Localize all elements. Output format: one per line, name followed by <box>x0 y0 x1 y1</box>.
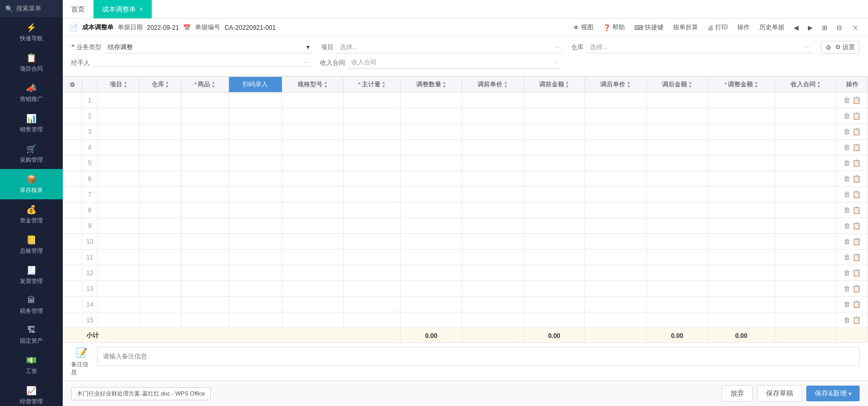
row-warehouse-10[interactable] <box>140 234 181 250</box>
row-income-contract-9[interactable] <box>775 218 837 234</box>
row-prev-amount-15[interactable] <box>523 312 585 328</box>
biz-type-select[interactable]: 结存调整 ▾ <box>105 42 313 53</box>
row-prev-unit-price-1[interactable] <box>462 93 523 108</box>
row-after-unit-price-1[interactable] <box>585 93 647 108</box>
calendar-icon[interactable]: 📅 <box>183 24 191 31</box>
row-scan-3[interactable] <box>229 124 282 140</box>
col-after-unit-price[interactable]: 调后单价▲▼ <box>585 77 647 93</box>
row-income-contract-2[interactable] <box>775 108 837 124</box>
col-goods[interactable]: *商品▲▼ <box>181 77 229 93</box>
copy-icon-11[interactable]: 📋 <box>852 253 861 261</box>
row-goods-12[interactable] <box>181 265 229 281</box>
row-prev-amount-8[interactable] <box>523 202 585 218</box>
row-after-unit-price-9[interactable] <box>585 218 647 234</box>
row-prev-unit-price-10[interactable] <box>462 234 523 250</box>
row-after-amount-15[interactable] <box>646 312 708 328</box>
row-adjust-amount-9[interactable] <box>708 218 775 234</box>
delete-icon-4[interactable]: 🗑 <box>843 143 850 151</box>
review-btn[interactable]: 按单折算 <box>671 22 700 33</box>
row-prev-amount-4[interactable] <box>523 140 585 155</box>
copy-icon-3[interactable]: 📋 <box>852 128 861 136</box>
row-project-1[interactable] <box>98 93 140 108</box>
row-spec-14[interactable] <box>282 297 344 312</box>
row-project-14[interactable] <box>98 297 140 312</box>
delete-icon-3[interactable]: 🗑 <box>843 128 850 136</box>
row-prev-amount-3[interactable] <box>523 124 585 140</box>
row-after-amount-10[interactable] <box>646 234 708 250</box>
row-unit-4[interactable] <box>344 140 401 155</box>
sidebar-item-ledger[interactable]: 📒 总账管理 <box>0 230 63 260</box>
row-adjust-amount-2[interactable] <box>708 108 775 124</box>
help-btn[interactable]: ❓ 帮助 <box>601 22 627 33</box>
row-after-amount-9[interactable] <box>646 218 708 234</box>
row-prev-amount-2[interactable] <box>523 108 585 124</box>
delete-icon-13[interactable]: 🗑 <box>843 285 850 292</box>
row-after-amount-2[interactable] <box>646 108 708 124</box>
row-spec-6[interactable] <box>282 171 344 187</box>
row-adjust-amount-6[interactable] <box>708 171 775 187</box>
row-unit-1[interactable] <box>344 93 401 108</box>
copy-icon-5[interactable]: 📋 <box>852 159 861 167</box>
row-adjust-qty-5[interactable] <box>401 155 462 171</box>
row-project-8[interactable] <box>98 202 140 218</box>
handler-dots[interactable]: ··· <box>304 60 309 65</box>
row-after-unit-price-8[interactable] <box>585 202 647 218</box>
sidebar-item-inventory[interactable]: 📦 库存核算 <box>0 169 63 199</box>
col-income-contract[interactable]: 收入合同▲▼ <box>775 77 837 93</box>
settings-button[interactable]: ⚙ ⚙ 设置 <box>821 41 860 54</box>
row-after-unit-price-7[interactable] <box>585 187 647 202</box>
row-goods-3[interactable] <box>181 124 229 140</box>
row-adjust-qty-9[interactable] <box>401 218 462 234</box>
delete-icon-14[interactable]: 🗑 <box>843 300 850 308</box>
row-prev-amount-10[interactable] <box>523 234 585 250</box>
nav-next-btn[interactable]: ▶ <box>806 23 815 32</box>
delete-icon-7[interactable]: 🗑 <box>843 190 850 198</box>
col-scan[interactable]: 扫码录入 <box>229 77 282 93</box>
row-prev-unit-price-11[interactable] <box>462 250 523 265</box>
copy-icon-4[interactable]: 📋 <box>852 143 861 151</box>
sidebar-item-payroll[interactable]: 💵 工资 <box>0 350 63 380</box>
row-project-12[interactable] <box>98 265 140 281</box>
row-prev-amount-5[interactable] <box>523 155 585 171</box>
history-btn[interactable]: 历史单据 <box>757 22 786 33</box>
row-prev-unit-price-6[interactable] <box>462 171 523 187</box>
row-unit-15[interactable] <box>344 312 401 328</box>
row-adjust-qty-2[interactable] <box>401 108 462 124</box>
row-after-amount-11[interactable] <box>646 250 708 265</box>
row-income-contract-8[interactable] <box>775 202 837 218</box>
row-warehouse-12[interactable] <box>140 265 181 281</box>
row-adjust-amount-13[interactable] <box>708 281 775 297</box>
row-adjust-qty-10[interactable] <box>401 234 462 250</box>
row-goods-6[interactable] <box>181 171 229 187</box>
row-adjust-amount-7[interactable] <box>708 187 775 202</box>
sidebar-item-sales-mgmt[interactable]: 📊 销售管理 <box>0 108 63 139</box>
row-goods-7[interactable] <box>181 187 229 202</box>
row-after-amount-1[interactable] <box>646 93 708 108</box>
row-prev-amount-12[interactable] <box>523 265 585 281</box>
project-select[interactable]: 选择... ··· <box>337 42 563 53</box>
sidebar-item-project-contract[interactable]: 📋 项目合同 <box>0 48 63 78</box>
row-adjust-amount-14[interactable] <box>708 297 775 312</box>
row-goods-14[interactable] <box>181 297 229 312</box>
row-income-contract-7[interactable] <box>775 187 837 202</box>
row-after-unit-price-11[interactable] <box>585 250 647 265</box>
row-adjust-qty-11[interactable] <box>401 250 462 265</box>
row-after-amount-14[interactable] <box>646 297 708 312</box>
row-project-7[interactable] <box>98 187 140 202</box>
row-income-contract-4[interactable] <box>775 140 837 155</box>
col-after-amount[interactable]: 调后金额▲▼ <box>646 77 708 93</box>
row-unit-14[interactable] <box>344 297 401 312</box>
row-after-unit-price-10[interactable] <box>585 234 647 250</box>
row-scan-9[interactable] <box>229 218 282 234</box>
delete-icon-11[interactable]: 🗑 <box>843 253 850 261</box>
row-after-unit-price-13[interactable] <box>585 281 647 297</box>
row-prev-amount-13[interactable] <box>523 281 585 297</box>
row-after-unit-price-12[interactable] <box>585 265 647 281</box>
sidebar-item-finance[interactable]: 💰 资金管理 <box>0 199 63 230</box>
row-after-amount-6[interactable] <box>646 171 708 187</box>
window-close-btn[interactable]: ✕ <box>849 22 862 33</box>
row-goods-9[interactable] <box>181 218 229 234</box>
row-after-amount-12[interactable] <box>646 265 708 281</box>
row-project-13[interactable] <box>98 281 140 297</box>
row-project-2[interactable] <box>98 108 140 124</box>
